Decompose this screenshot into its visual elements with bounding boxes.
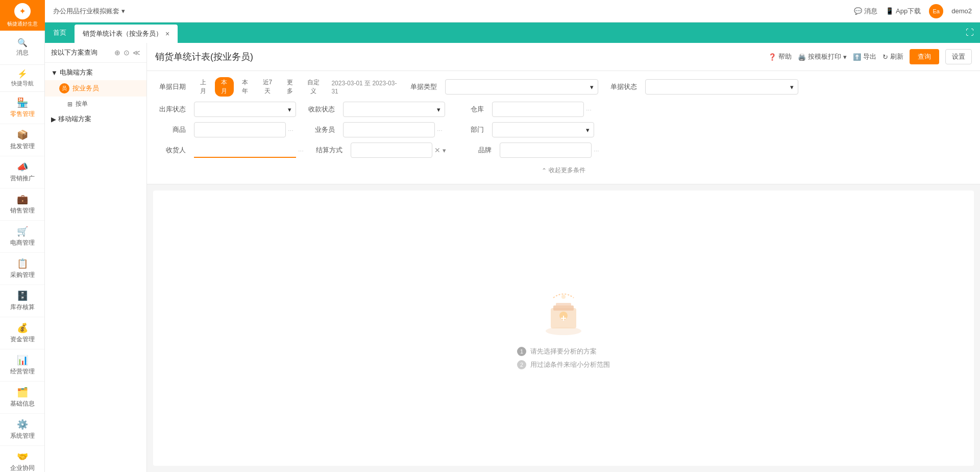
tab-maximize-button[interactable]: ⛶ — [960, 28, 980, 37]
collapse-panel-button[interactable]: ≪ — [133, 49, 140, 57]
sidebar-item-wholesale[interactable]: 📦 批发管理 — [0, 124, 44, 156]
sidebar-item-sales[interactable]: 💼 销售管理 — [0, 188, 44, 221]
scheme-section: ▼ 电脑端方案 员 按业务员 ⊞ 按单 ▶ 移动端方案 — [45, 63, 146, 129]
payment-status-select[interactable]: ▾ — [343, 102, 445, 117]
dept-label: 部门 — [453, 125, 484, 134]
page-title: 销货单统计表(按业务员) — [155, 51, 253, 63]
out-status-select[interactable]: ▾ — [194, 102, 296, 117]
app-download-button[interactable]: 📱 App下载 — [886, 7, 921, 16]
sidebar-quick-nav: ⚡ 快捷导航 — [0, 65, 44, 92]
search-menu-button[interactable]: 🔍 消息 — [3, 35, 41, 60]
brand-dots[interactable]: ··· — [594, 147, 599, 154]
sidebar-item-ecommerce[interactable]: 🛒 电商管理 — [0, 221, 44, 253]
sidebar-item-enterprise[interactable]: 🤝 企业协同 — [0, 446, 44, 472]
export-button[interactable]: ⬆️ 导出 — [853, 52, 876, 61]
filter-row-3: 商品 ··· 业务员 ··· 部门 — [155, 122, 972, 137]
left-panel-header: 按以下方案查询 ⊕ ⊙ ≪ — [45, 43, 146, 63]
salesperson-dots[interactable]: ··· — [437, 126, 443, 134]
sidebar-item-purchase[interactable]: 📋 采购管理 — [0, 253, 44, 285]
add-scheme-button[interactable]: ⊕ — [114, 49, 120, 57]
consignee-dots[interactable]: ··· — [298, 147, 304, 154]
warehouse-dots[interactable]: ··· — [586, 106, 592, 113]
desktop-scheme-header[interactable]: ▼ 电脑端方案 — [45, 65, 146, 80]
date-tab-custom[interactable]: 自定义 — [301, 77, 325, 97]
tab-close-button[interactable]: × — [165, 30, 169, 38]
ecommerce-icon: 🛒 — [17, 226, 28, 237]
sidebar-item-basics[interactable]: 🗂️ 基础信息 — [0, 382, 44, 414]
empty-step-1: 1 请先选择要分析的方案 — [517, 347, 610, 356]
template-print-button[interactable]: 🖨️ 按模板打印 ▾ — [798, 52, 847, 61]
quick-nav-icon: ⚡ — [17, 69, 28, 79]
quick-nav-button[interactable]: ⚡ 快捷导航 — [0, 65, 44, 91]
refresh-button[interactable]: ↻ 刷新 — [883, 52, 903, 61]
scheme-item-order[interactable]: ⊞ 按单 — [45, 97, 146, 111]
collapse-chevron: ⌃ — [542, 167, 547, 174]
settings-button[interactable]: 设置 — [945, 49, 972, 64]
help-button[interactable]: ❓ 帮助 — [768, 52, 792, 61]
sidebar-item-inventory[interactable]: 🗄️ 库存核算 — [0, 285, 44, 317]
step-num-2: 2 — [517, 360, 526, 369]
brand-select[interactable] — [500, 143, 592, 158]
warehouse-label: 仓库 — [453, 105, 484, 114]
mobile-scheme-header[interactable]: ▶ 移动端方案 — [45, 111, 146, 127]
goods-select[interactable] — [194, 122, 286, 137]
dept-select[interactable]: ▾ — [492, 122, 594, 137]
doc-type-label: 单据类型 — [406, 82, 437, 91]
empty-steps: 1 请先选择要分析的方案 2 用过滤条件来缩小分析范围 — [517, 347, 610, 369]
enterprise-icon: 🤝 — [17, 451, 28, 462]
salesperson-scheme-icon: 员 — [59, 83, 69, 93]
sidebar-item-operations[interactable]: 📊 经营管理 — [0, 349, 44, 382]
settlement-select[interactable] — [351, 143, 432, 158]
maximize-icon: ⛶ — [966, 28, 974, 37]
doc-type-select[interactable]: ▾ — [445, 79, 598, 95]
message-button[interactable]: 💬 消息 — [854, 7, 877, 16]
step-1-label: 请先选择要分析的方案 — [530, 347, 597, 356]
mobile-scheme-label: 移动端方案 — [58, 114, 91, 124]
date-tab-more[interactable]: 更多 — [280, 77, 299, 97]
date-range: 2023-03-01 至 2023-03-31 — [331, 79, 398, 95]
date-tab-this-month[interactable]: 本月 — [215, 77, 234, 97]
dropdown-icon: ▾ — [121, 7, 125, 15]
consignee-input[interactable] — [194, 143, 296, 158]
order-scheme-label: 按单 — [76, 100, 88, 108]
sidebar-item-system[interactable]: ⚙️ 系统管理 — [0, 414, 44, 446]
collapse-label: 收起更多条件 — [549, 166, 585, 175]
tab-sales-stat[interactable]: 销货单统计表（按业务员） × — [75, 25, 178, 43]
sidebar-logo[interactable]: ✦ 畅捷通好生意 — [0, 0, 45, 31]
avatar[interactable]: Ea — [929, 4, 943, 18]
message-icon: 💬 — [854, 7, 862, 15]
goods-dots[interactable]: ··· — [288, 126, 293, 134]
content-area: 按以下方案查询 ⊕ ⊙ ≪ ▼ 电脑端方案 — [45, 43, 980, 472]
topbar-left: 办公用品行业模拟账套 ▾ — [53, 7, 125, 16]
sidebar-item-retail[interactable]: 🏪 零售管理 — [0, 92, 44, 124]
tab-home[interactable]: 首页 — [45, 22, 75, 43]
basics-label: 基础信息 — [10, 399, 35, 408]
settings-icon: ⊙ — [124, 49, 130, 57]
warehouse-select[interactable] — [492, 102, 584, 117]
settlement-clear-button[interactable]: ✕ — [434, 146, 440, 154]
step-2-label: 用过滤条件来缩小分析范围 — [530, 360, 610, 369]
finance-label: 资金管理 — [10, 335, 35, 344]
collapse-filter-button[interactable]: ⌃ 收起更多条件 — [155, 163, 972, 178]
date-tab-last-month[interactable]: 上月 — [194, 77, 213, 97]
svg-rect-3 — [556, 303, 571, 308]
date-tab-this-year[interactable]: 本年 — [236, 77, 255, 97]
main-area: 办公用品行业模拟账套 ▾ 💬 消息 📱 App下载 Ea demo2 首页 销货… — [45, 0, 980, 472]
industry-label: 办公用品行业模拟账套 — [53, 7, 119, 16]
filter-area: 单据日期 上月 本月 本年 近7天 更多 自定义 2023-03-01 至 20… — [147, 71, 980, 184]
settlement-label: 结算方式 — [312, 146, 342, 155]
out-status-label: 出库状态 — [155, 105, 186, 114]
ecommerce-label: 电商管理 — [10, 239, 35, 247]
filter-row-2: 出库状态 ▾ 收款状态 ▾ 仓库 ··· — [155, 102, 972, 117]
date-tab-last7[interactable]: 近7天 — [257, 77, 279, 97]
inventory-icon: 🗄️ — [17, 290, 28, 301]
industry-dropdown[interactable]: 办公用品行业模拟账套 ▾ — [53, 7, 125, 16]
scheme-item-salesperson[interactable]: 员 按业务员 — [45, 80, 146, 97]
salesperson-select[interactable] — [343, 122, 435, 137]
goods-label: 商品 — [155, 125, 186, 134]
sidebar-item-finance[interactable]: 💰 资金管理 — [0, 317, 44, 349]
sidebar-item-marketing[interactable]: 📣 营销推广 — [0, 156, 44, 188]
query-button[interactable]: 查询 — [910, 49, 939, 64]
scheme-settings-button[interactable]: ⊙ — [124, 49, 130, 57]
doc-status-select[interactable]: ▾ — [645, 79, 798, 95]
